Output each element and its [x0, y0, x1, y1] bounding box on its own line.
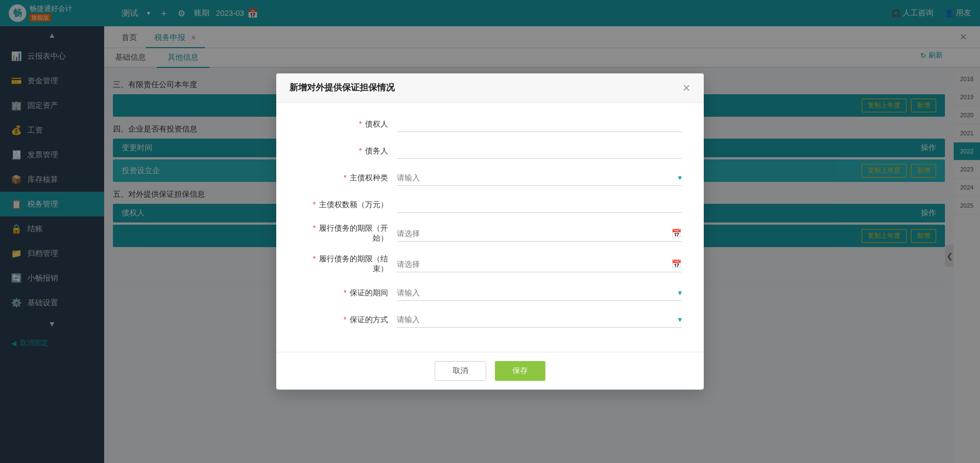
field-creditor-row: * 债权人 — [298, 116, 682, 132]
field-period-end-row: * 履行债务的期限（结束） 📅 — [298, 254, 682, 274]
period-end-input[interactable] — [397, 256, 682, 272]
field-period-start-row: * 履行债务的期限（开始） 📅 — [298, 224, 682, 243]
modal-title: 新增对外提供保证担保情况 — [289, 82, 395, 94]
period-end-date[interactable]: 📅 — [397, 256, 682, 272]
guarantee-method-input[interactable] — [397, 312, 682, 327]
claim-amount-wrap — [397, 197, 682, 213]
save-button[interactable]: 保存 — [495, 361, 545, 381]
debtor-label: * 债务人 — [298, 146, 397, 156]
period-start-input[interactable] — [397, 226, 682, 241]
field-debtor-row: * 债务人 — [298, 143, 682, 159]
period-end-wrap: 📅 — [397, 256, 682, 272]
claim-type-label: * 主债权种类 — [298, 173, 397, 183]
period-end-label: * 履行债务的期限（结束） — [298, 254, 397, 274]
modal-close-btn[interactable]: ✕ — [682, 83, 691, 93]
field-guarantee-method-row: * 保证的方式 ▾ — [298, 312, 682, 328]
guarantee-period-label: * 保证的期间 — [298, 288, 397, 298]
guarantee-period-wrap: ▾ — [397, 285, 682, 301]
claim-type-input[interactable] — [397, 170, 682, 185]
claim-amount-label: * 主债权数额（万元） — [298, 200, 397, 210]
debtor-wrap — [397, 143, 682, 159]
claim-type-select[interactable]: ▾ — [397, 170, 682, 186]
field-claim-type-row: * 主债权种类 ▾ — [298, 170, 682, 186]
guarantee-period-input[interactable] — [397, 285, 682, 300]
field-guarantee-period-row: * 保证的期间 ▾ — [298, 285, 682, 301]
modal-body: * 债权人 * 债务人 * — [276, 103, 704, 352]
creditor-label: * 债权人 — [298, 119, 397, 129]
claim-amount-input[interactable] — [397, 197, 682, 213]
guarantee-method-select[interactable]: ▾ — [397, 312, 682, 328]
debtor-input[interactable] — [397, 143, 682, 159]
claim-type-wrap: ▾ — [397, 170, 682, 186]
creditor-input[interactable] — [397, 116, 682, 132]
guarantee-method-wrap: ▾ — [397, 312, 682, 328]
period-start-date[interactable]: 📅 — [397, 226, 682, 242]
modal-footer: 取消 保存 — [276, 352, 704, 390]
period-start-wrap: 📅 — [397, 226, 682, 242]
modal-overlay: 新增对外提供保证担保情况 ✕ * 债权人 * 债务人 — [0, 0, 980, 463]
modal-header: 新增对外提供保证担保情况 ✕ — [276, 73, 704, 103]
guarantee-period-select[interactable]: ▾ — [397, 285, 682, 301]
calendar-end-icon[interactable]: 📅 — [671, 259, 682, 269]
cancel-button[interactable]: 取消 — [435, 361, 486, 381]
guarantee-method-label: * 保证的方式 — [298, 315, 397, 325]
field-claim-amount-row: * 主债权数额（万元） — [298, 197, 682, 213]
creditor-wrap — [397, 116, 682, 132]
modal-dialog: 新增对外提供保证担保情况 ✕ * 债权人 * 债务人 — [276, 73, 704, 390]
period-start-label: * 履行债务的期限（开始） — [298, 224, 397, 243]
calendar-start-icon[interactable]: 📅 — [671, 228, 682, 238]
